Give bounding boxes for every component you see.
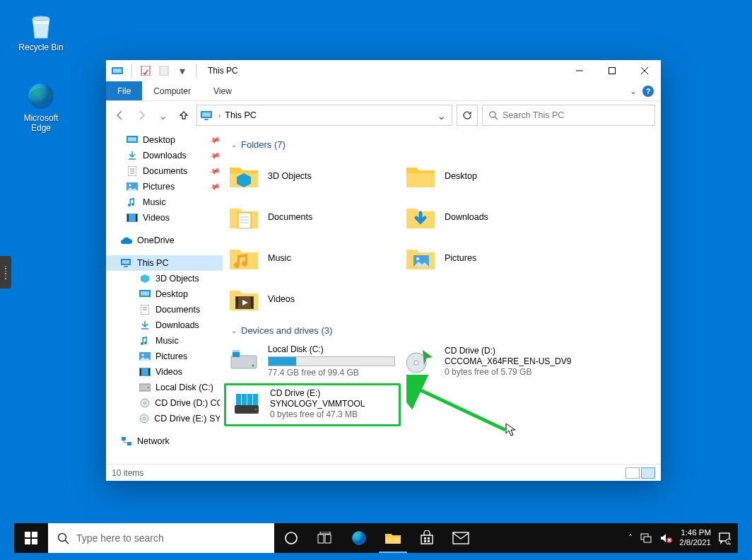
nav-item-videos[interactable]: Videos xyxy=(106,210,223,226)
drive-local-disk-c[interactable]: Local Disk (C:) 77.4 GB free of 99.4 GB xyxy=(224,342,401,383)
nav-item-pc-downloads[interactable]: Downloads xyxy=(106,317,223,333)
svg-point-67 xyxy=(255,408,257,410)
app-icon xyxy=(110,63,126,78)
search-input[interactable] xyxy=(503,110,649,120)
close-button[interactable] xyxy=(628,60,661,81)
tab-file[interactable]: File xyxy=(106,81,142,100)
action-center-icon[interactable]: 1 xyxy=(718,532,731,544)
chevron-right-icon[interactable]: › xyxy=(218,112,221,119)
tab-view[interactable]: View xyxy=(202,81,243,100)
folder-downloads[interactable]: Downloads xyxy=(401,197,577,238)
up-button[interactable] xyxy=(175,107,192,124)
ribbon-expand-icon[interactable]: ⌄ xyxy=(630,86,637,96)
nav-item-pictures[interactable]: Pictures📌 xyxy=(106,179,223,194)
nav-item-downloads[interactable]: Downloads📌 xyxy=(106,148,223,163)
taskbar-edge[interactable] xyxy=(342,523,376,553)
taskbar-search[interactable] xyxy=(48,523,274,553)
network-icon xyxy=(120,436,133,447)
address-dropdown-icon[interactable]: ⌄ xyxy=(434,109,449,122)
desktop-icon xyxy=(139,288,151,300)
nav-item-3d-objects[interactable]: 3D Objects xyxy=(106,271,223,286)
tray-volume-icon[interactable] xyxy=(659,532,672,544)
nav-item-cd-drive-d[interactable]: CD Drive (D:) CC xyxy=(106,395,223,411)
nav-item-pc-music[interactable]: Music xyxy=(106,333,223,349)
folder-pictures[interactable]: Pictures xyxy=(401,238,577,279)
drive-cd-d[interactable]: CD Drive (D:) CCCOMA_X64FRE_EN-US_DV9 0 … xyxy=(401,342,577,383)
section-drives-header[interactable]: ⌄ Devices and drives (3) xyxy=(224,320,657,342)
svg-rect-78 xyxy=(320,532,330,534)
documents-folder-icon xyxy=(228,202,259,233)
side-panel-tab[interactable] xyxy=(0,256,11,288)
svg-point-57 xyxy=(252,365,254,367)
system-tray[interactable]: ˄ 1:46 PM 2/8/2021 1 xyxy=(621,523,738,553)
address-bar[interactable]: › This PC ⌄ xyxy=(196,105,452,126)
nav-item-onedrive[interactable]: OneDrive xyxy=(106,233,223,248)
section-folders-header[interactable]: ⌄ Folders (7) xyxy=(224,134,657,156)
view-details-button[interactable] xyxy=(625,467,640,479)
svg-point-61 xyxy=(414,361,418,365)
desktop-icon-recycle-bin[interactable]: Recycle Bin xyxy=(14,10,68,52)
drive-cd-e[interactable]: CD Drive (E:) SYNOLOGY_VMMTOOL 0 bytes f… xyxy=(224,383,401,427)
desktop-icon-microsoft-edge[interactable]: Microsoft Edge xyxy=(14,81,68,134)
svg-rect-4 xyxy=(141,66,150,76)
nav-item-pc-documents[interactable]: Documents xyxy=(106,302,223,317)
nav-item-cd-drive-e[interactable]: CD Drive (E:) SYN xyxy=(106,411,223,426)
taskbar-clock[interactable]: 1:46 PM 2/8/2021 xyxy=(679,528,711,548)
taskbar-mail[interactable] xyxy=(444,523,478,553)
nav-item-this-pc[interactable]: This PC xyxy=(106,255,223,271)
address-text[interactable]: This PC xyxy=(225,110,256,120)
music-icon xyxy=(139,335,151,346)
hdd-icon xyxy=(228,344,259,375)
tab-computer[interactable]: Computer xyxy=(142,81,202,100)
folder-3d-objects[interactable]: 3D Objects xyxy=(224,156,401,197)
nav-item-music[interactable]: Music xyxy=(106,194,223,210)
ribbon-tabs: File Computer View ⌄ ? xyxy=(106,81,661,101)
tray-overflow-icon[interactable]: ˄ xyxy=(628,533,633,543)
desktop-folder-icon xyxy=(405,161,436,192)
cortana-button[interactable] xyxy=(274,523,308,553)
titlebar[interactable]: ▾ This PC xyxy=(106,60,661,81)
content-area[interactable]: ⌄ Folders (7) 3D Objects Desktop Documen… xyxy=(223,129,661,464)
qat-properties-icon[interactable] xyxy=(138,63,153,78)
taskbar-file-explorer[interactable] xyxy=(376,523,410,553)
nav-item-pc-videos[interactable]: Videos xyxy=(106,364,223,380)
cd-icon xyxy=(139,413,150,424)
back-button[interactable] xyxy=(112,107,129,124)
taskbar-search-input[interactable] xyxy=(76,532,266,544)
taskbar[interactable]: ˄ 1:46 PM 2/8/2021 1 xyxy=(14,523,738,553)
help-icon[interactable]: ? xyxy=(642,86,654,97)
nav-item-pc-pictures[interactable]: Pictures xyxy=(106,349,223,364)
svg-rect-59 xyxy=(233,350,240,352)
folder-desktop[interactable]: Desktop xyxy=(401,156,577,197)
minimize-button[interactable] xyxy=(563,60,596,81)
nav-item-pc-desktop[interactable]: Desktop xyxy=(106,286,223,302)
forward-button[interactable] xyxy=(133,107,150,124)
folder-music[interactable]: Music xyxy=(224,238,401,279)
search-icon xyxy=(488,110,498,120)
folder-documents[interactable]: Documents xyxy=(224,197,401,238)
start-button[interactable] xyxy=(14,523,48,553)
desktop-icon-label: Recycle Bin xyxy=(14,42,68,52)
recent-locations-button[interactable]: ⌄ xyxy=(154,107,171,124)
view-large-icons-button[interactable] xyxy=(641,467,655,479)
task-view-button[interactable] xyxy=(308,523,342,553)
navigation-pane[interactable]: Desktop📌 Downloads📌 Documents📌 Pictures📌… xyxy=(106,129,223,464)
search-box[interactable] xyxy=(482,105,655,126)
nav-item-network[interactable]: Network xyxy=(106,433,223,449)
svg-rect-27 xyxy=(122,260,129,264)
svg-point-44 xyxy=(143,418,146,420)
svg-rect-70 xyxy=(32,532,37,537)
qat-customize-icon[interactable]: ▾ xyxy=(175,63,190,78)
nav-item-documents[interactable]: Documents📌 xyxy=(106,163,223,179)
maximize-button[interactable] xyxy=(596,60,628,81)
svg-rect-30 xyxy=(141,291,149,296)
taskbar-store[interactable] xyxy=(410,523,444,553)
pin-icon: 📌 xyxy=(208,180,222,193)
nav-item-local-disk-c[interactable]: Local Disk (C:) xyxy=(106,380,223,395)
qat-newfolder-icon[interactable] xyxy=(156,63,172,78)
nav-item-desktop[interactable]: Desktop📌 xyxy=(106,132,223,148)
svg-rect-25 xyxy=(136,214,137,221)
refresh-button[interactable] xyxy=(457,105,478,126)
folder-videos[interactable]: Videos xyxy=(224,279,401,320)
tray-network-icon[interactable] xyxy=(640,532,652,544)
